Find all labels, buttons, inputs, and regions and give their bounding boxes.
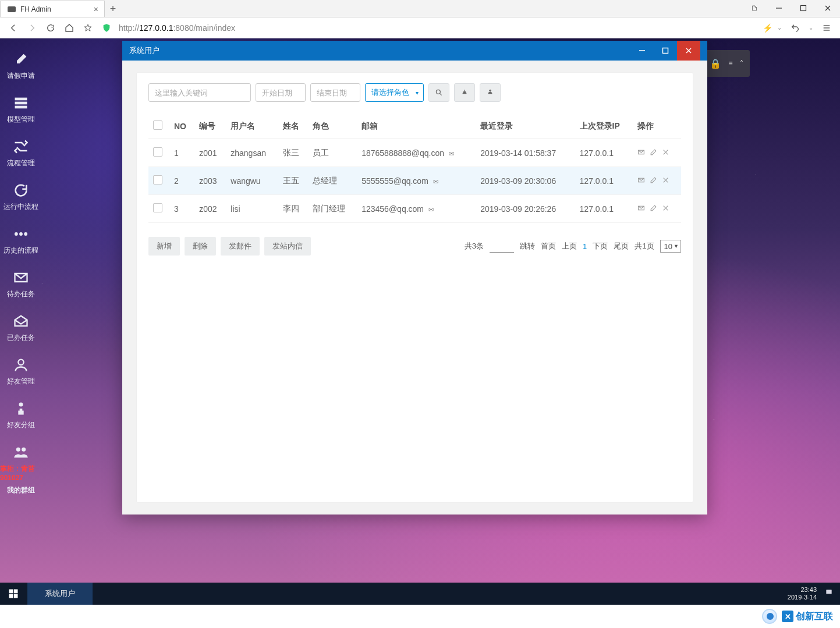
notifications-icon[interactable] bbox=[825, 588, 833, 599]
window-minimize-button[interactable] bbox=[767, 0, 791, 17]
row-edit-icon[interactable] bbox=[650, 204, 657, 214]
modal-minimize-button[interactable] bbox=[630, 41, 654, 61]
row-delete-icon[interactable] bbox=[662, 204, 669, 214]
sidebar-item-friend-groups[interactable]: 好友分组 bbox=[0, 395, 42, 438]
cell-last-ip: 127.0.0.1 bbox=[575, 195, 633, 223]
sidebar-item-running-process[interactable]: 运行中流程 bbox=[0, 176, 42, 220]
send-mail-button[interactable]: 发邮件 bbox=[221, 237, 260, 256]
prev-page-button[interactable]: 上页 bbox=[562, 241, 577, 251]
svg-rect-35 bbox=[14, 594, 18, 598]
start-date-input[interactable] bbox=[256, 83, 306, 102]
row-checkbox[interactable] bbox=[153, 203, 162, 212]
row-delete-icon[interactable] bbox=[662, 148, 669, 158]
tab-close-icon[interactable]: × bbox=[94, 5, 98, 14]
row-edit-icon[interactable] bbox=[650, 176, 657, 186]
nav-favorite-button[interactable] bbox=[79, 19, 97, 37]
add-button[interactable]: 新增 bbox=[148, 237, 180, 256]
new-tab-button[interactable]: + bbox=[105, 1, 121, 17]
menu-icon[interactable] bbox=[818, 19, 835, 37]
sidebar-item-history-process[interactable]: 历史的流程 bbox=[0, 220, 42, 264]
goto-button[interactable]: 跳转 bbox=[520, 241, 535, 251]
sidebar-item-leave-request[interactable]: 请假申请 bbox=[0, 45, 42, 89]
role-select[interactable]: 请选择角色 bbox=[365, 83, 424, 102]
chevron-up-icon[interactable]: ˄ bbox=[740, 59, 743, 68]
nav-refresh-button[interactable] bbox=[42, 19, 59, 37]
svg-line-22 bbox=[440, 94, 442, 95]
chevron-down-icon[interactable]: ⌄ bbox=[777, 24, 782, 31]
lock-icon[interactable]: 🔒 bbox=[710, 58, 721, 69]
nav-back-button[interactable] bbox=[5, 19, 22, 37]
browser-tab[interactable]: FH Admin × bbox=[0, 1, 105, 17]
row-actions bbox=[637, 204, 676, 214]
last-page-button[interactable]: 尾页 bbox=[614, 241, 629, 251]
row-edit-icon[interactable] bbox=[650, 148, 657, 158]
sidebar-item-my-groups[interactable]: 掌柜：青苔901027我的群组 bbox=[0, 438, 42, 503]
delete-button[interactable]: 删除 bbox=[185, 237, 216, 256]
security-shield-icon[interactable] bbox=[98, 19, 115, 37]
sidebar-item-label: 待办任务 bbox=[7, 289, 35, 299]
favicon-icon bbox=[8, 6, 16, 12]
address-bar[interactable]: http://127.0.0.1:8080/main/index bbox=[119, 23, 235, 33]
cell-code: z002 bbox=[194, 195, 226, 223]
nav-home-button[interactable] bbox=[61, 19, 78, 37]
taskbar-item-system-users[interactable]: 系统用户 bbox=[27, 583, 93, 605]
cell-no: 3 bbox=[169, 195, 194, 223]
sidebar-item-todo-tasks[interactable]: 待办任务 bbox=[0, 264, 42, 307]
col-name: 姓名 bbox=[278, 113, 308, 139]
row-checkbox[interactable] bbox=[153, 147, 162, 157]
search-button[interactable] bbox=[428, 83, 449, 102]
checkbox-all[interactable] bbox=[153, 120, 162, 130]
svg-point-13 bbox=[18, 360, 23, 365]
table-row[interactable]: 1z001zhangsan张三员工18765888888@qq.con ✉201… bbox=[148, 139, 681, 167]
send-msg-button[interactable]: 发站内信 bbox=[264, 237, 311, 256]
modal-close-button[interactable] bbox=[677, 41, 700, 61]
clock[interactable]: 23:43 2019-3-14 bbox=[788, 586, 817, 601]
window-close-button[interactable] bbox=[816, 0, 840, 17]
end-date-input[interactable] bbox=[310, 83, 360, 102]
sidebar-item-label: 模型管理 bbox=[7, 115, 35, 125]
first-page-button[interactable]: 首页 bbox=[541, 241, 556, 251]
browser-reading-mode-icon[interactable] bbox=[742, 0, 767, 17]
bolt-icon[interactable]: ⚡ bbox=[763, 23, 772, 33]
sidebar-item-friends-mgmt[interactable]: 好友管理 bbox=[0, 351, 42, 395]
tab-title: FH Admin bbox=[20, 5, 51, 13]
sidebar-item-label: 运行中流程 bbox=[3, 202, 38, 212]
sidebar-item-process-mgmt[interactable]: 流程管理 bbox=[0, 133, 42, 176]
taskbar: 系统用户 23:43 2019-3-14 bbox=[0, 583, 840, 605]
cell-last-login: 2019-03-14 01:58:37 bbox=[476, 139, 575, 167]
modal-maximize-button[interactable] bbox=[654, 41, 677, 61]
window-maximize-button[interactable] bbox=[791, 0, 816, 17]
next-page-button[interactable]: 下页 bbox=[593, 241, 608, 251]
undo-icon[interactable] bbox=[786, 19, 804, 37]
row-mail-icon[interactable] bbox=[637, 148, 645, 158]
cell-last-ip: 127.0.0.1 bbox=[575, 139, 633, 167]
col-ops: 操作 bbox=[633, 113, 681, 139]
svg-point-15 bbox=[16, 448, 20, 452]
mail-icon[interactable]: ✉ bbox=[449, 150, 454, 158]
export-button[interactable] bbox=[454, 83, 475, 102]
menu-list-icon[interactable]: ≡ bbox=[728, 59, 732, 68]
cell-name: 王五 bbox=[278, 167, 308, 195]
nav-forward-button[interactable] bbox=[23, 19, 41, 37]
mail-icon[interactable]: ✉ bbox=[428, 206, 434, 214]
svg-point-12 bbox=[24, 232, 27, 236]
goto-page-input[interactable] bbox=[490, 240, 514, 253]
row-mail-icon[interactable] bbox=[637, 204, 645, 214]
mail-icon[interactable]: ✉ bbox=[433, 178, 438, 186]
table-row[interactable]: 2z003wangwu王五总经理5555555@qq.com ✉2019-03-… bbox=[148, 167, 681, 195]
row-actions bbox=[637, 148, 676, 158]
modal-titlebar[interactable]: 系统用户 bbox=[122, 41, 707, 61]
chevron-down-icon[interactable]: ⌄ bbox=[809, 24, 813, 31]
import-button[interactable] bbox=[480, 83, 501, 102]
current-page: 1 bbox=[583, 242, 587, 251]
table-row[interactable]: 3z002lisi李四部门经理123456@qq.com ✉2019-03-09… bbox=[148, 195, 681, 223]
sidebar-item-done-tasks[interactable]: 已办任务 bbox=[0, 307, 42, 351]
col-email: 邮箱 bbox=[357, 113, 476, 139]
row-delete-icon[interactable] bbox=[662, 176, 669, 186]
page-size-select[interactable]: 10 bbox=[660, 240, 681, 253]
start-button[interactable] bbox=[0, 583, 27, 605]
keyword-input[interactable] bbox=[148, 83, 251, 102]
row-checkbox[interactable] bbox=[153, 175, 162, 185]
sidebar-item-model-mgmt[interactable]: 模型管理 bbox=[0, 89, 42, 133]
row-mail-icon[interactable] bbox=[637, 176, 645, 186]
